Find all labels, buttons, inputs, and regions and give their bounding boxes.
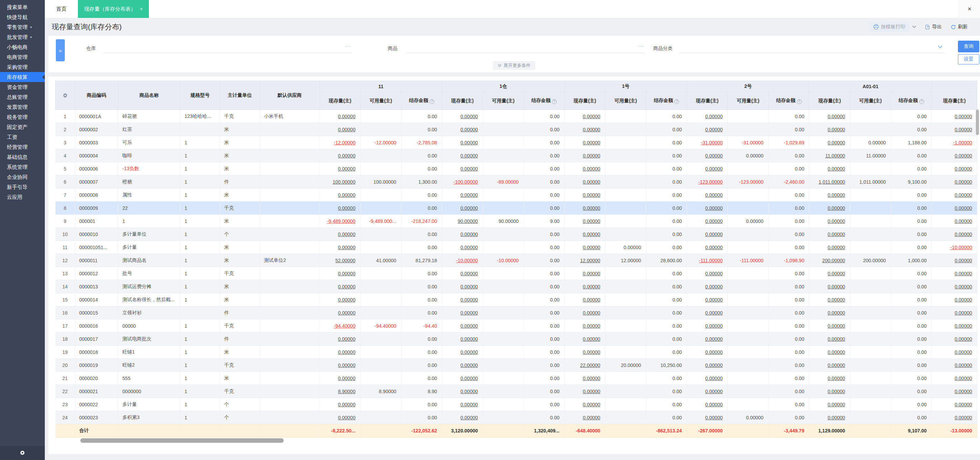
table-row[interactable]: 170000016000001千克-94.40000-94.40000-94.4…: [56, 319, 977, 333]
table-row[interactable]: 130000012批号1千克0.000000.000.000000.000.00…: [56, 267, 977, 280]
cell-onhand-qty[interactable]: 0.00000: [565, 306, 605, 319]
cell-onhand-qty[interactable]: 0.00000: [565, 293, 605, 306]
cell-onhand-qty[interactable]: 0.00000: [932, 254, 977, 267]
collapse-filter-button[interactable]: »: [56, 39, 65, 61]
table-row[interactable]: 60000007橙糖1件100.00000100.000001,300.00-1…: [56, 175, 977, 189]
sidebar-item-搜索菜单[interactable]: 搜索菜单: [0, 2, 45, 12]
cell-onhand-qty[interactable]: 0.00000: [442, 201, 483, 215]
category-select[interactable]: [680, 41, 945, 53]
product-picker-dots-icon[interactable]: ···: [638, 43, 644, 49]
sidebar-item-系统管理[interactable]: 系统管理: [0, 162, 45, 172]
gear-icon[interactable]: [20, 450, 25, 456]
cell-onhand-qty[interactable]: 0.00000: [809, 372, 850, 385]
cell-onhand-qty[interactable]: 0.00000: [320, 280, 360, 293]
print-dropdown-chevron-icon[interactable]: [912, 25, 916, 28]
cell-onhand-qty[interactable]: -9,489.00000: [320, 215, 360, 228]
cell-onhand-qty[interactable]: -100.00000: [442, 175, 483, 189]
cell-onhand-qty[interactable]: 0.00000: [809, 267, 850, 280]
cell-onhand-qty[interactable]: 0.00000: [932, 267, 977, 280]
cell-onhand-qty[interactable]: 0.00000: [565, 372, 605, 385]
horizontal-scrollbar-thumb[interactable]: [80, 438, 284, 443]
vertical-scrollbar-thumb[interactable]: [976, 109, 979, 135]
cell-onhand-qty[interactable]: 0.00000: [932, 189, 977, 201]
cell-onhand-qty[interactable]: 0.00000: [442, 411, 483, 424]
cell-onhand-qty[interactable]: 0.00000: [565, 411, 605, 424]
cell-onhand-qty[interactable]: 0.00000: [809, 162, 850, 175]
cell-onhand-qty[interactable]: 0.00000: [932, 385, 977, 398]
cell-onhand-qty[interactable]: 0.00000: [809, 333, 850, 346]
column-settings-header[interactable]: [56, 81, 75, 110]
sidebar-item-资金管理[interactable]: 资金管理: [0, 82, 45, 92]
cell-onhand-qty[interactable]: 0.00000: [320, 346, 360, 359]
cell-onhand-qty[interactable]: 0.00000: [320, 201, 360, 215]
cell-onhand-qty[interactable]: 0.00000: [687, 162, 728, 175]
cell-onhand-qty[interactable]: 0.00000: [932, 110, 977, 123]
cell-onhand-qty[interactable]: 0.00000: [809, 359, 850, 372]
cell-onhand-qty[interactable]: 0.00000: [320, 189, 360, 201]
tab-close-icon[interactable]: ×: [140, 6, 143, 12]
table-row[interactable]: 180000017测试电商批次1件0.000000.000.000000.000…: [56, 333, 977, 346]
cell-onhand-qty[interactable]: 0.00000: [320, 149, 360, 162]
cell-onhand-qty[interactable]: 0.00000: [687, 411, 728, 424]
cell-onhand-qty[interactable]: 0.00000: [442, 385, 483, 398]
cell-onhand-qty[interactable]: 0.00000: [687, 319, 728, 333]
cell-onhand-qty[interactable]: 0.00000: [932, 319, 977, 333]
cell-onhand-qty[interactable]: 0.00000: [320, 411, 360, 424]
cell-onhand-qty[interactable]: 0.00000: [932, 149, 977, 162]
sidebar-item-采购管理[interactable]: 采购管理: [0, 62, 45, 72]
cell-onhand-qty[interactable]: 12.00000: [565, 254, 605, 267]
cell-onhand-qty[interactable]: 0.00000: [687, 293, 728, 306]
cell-onhand-qty[interactable]: 0.00000: [687, 346, 728, 359]
cell-onhand-qty[interactable]: 0.00000: [565, 241, 605, 254]
sidebar-item-云应用[interactable]: 云应用: [0, 192, 45, 202]
sidebar-item-快捷导航[interactable]: 快捷导航: [0, 12, 45, 22]
cell-onhand-qty[interactable]: 52.00000: [320, 254, 360, 267]
sidebar-item-经营管理[interactable]: 经营管理: [0, 142, 45, 152]
table-row[interactable]: 150000014测试名称很长，然后截...1米0.000000.000.000…: [56, 293, 977, 306]
table-row[interactable]: 2100000205551米0.000000.000.000000.000.00…: [56, 372, 977, 385]
table-row[interactable]: 22000002100000001千克8.900008.900008.900.0…: [56, 385, 977, 398]
cell-onhand-qty[interactable]: 0.00000: [932, 215, 977, 228]
cell-onhand-qty[interactable]: 0.00000: [565, 149, 605, 162]
cell-onhand-qty[interactable]: 0.00000: [442, 110, 483, 123]
table-row[interactable]: 160000015立领衬衫件0.000000.000.000000.000.00…: [56, 306, 977, 319]
cell-onhand-qty[interactable]: 0.00000: [687, 306, 728, 319]
cell-onhand-qty[interactable]: -31.00000: [687, 136, 728, 149]
product-input[interactable]: ···: [407, 41, 644, 53]
sidebar-item-工资[interactable]: 工资: [0, 132, 45, 142]
cell-onhand-qty[interactable]: 0.00000: [565, 215, 605, 228]
cell-onhand-qty[interactable]: 0.00000: [565, 162, 605, 175]
cell-onhand-qty[interactable]: 0.00000: [442, 398, 483, 411]
cell-onhand-qty[interactable]: 0.00000: [442, 123, 483, 136]
table-row[interactable]: 30000003可乐1米-12.00000-12.00000-2,785.080…: [56, 136, 977, 149]
table-row[interactable]: 120000011测试商品名1米测试单位252.0000041.0000081,…: [56, 254, 977, 267]
settings-button[interactable]: 设置: [958, 54, 979, 64]
cell-onhand-qty[interactable]: 8.90000: [320, 385, 360, 398]
cell-onhand-qty[interactable]: 0.00000: [809, 136, 850, 149]
warehouse-picker-dots-icon[interactable]: ···: [345, 43, 351, 49]
table-row[interactable]: 140000013测试运费分摊1米0.000000.000.000000.000…: [56, 280, 977, 293]
cell-onhand-qty[interactable]: 0.00000: [442, 149, 483, 162]
expand-more-conditions-button[interactable]: 展开更多条件: [493, 61, 535, 70]
cell-onhand-qty[interactable]: -10.00000: [932, 241, 977, 254]
sidebar-item-电商管理[interactable]: 电商管理: [0, 52, 45, 62]
cell-onhand-qty[interactable]: 0.00000: [442, 372, 483, 385]
cell-onhand-qty[interactable]: 0.00000: [687, 359, 728, 372]
cell-onhand-qty[interactable]: 0.00000: [442, 136, 483, 149]
cell-onhand-qty[interactable]: 0.00000: [687, 385, 728, 398]
cell-onhand-qty[interactable]: 0.00000: [809, 123, 850, 136]
export-button[interactable]: 导出: [925, 24, 942, 30]
cell-onhand-qty[interactable]: 0.00000: [442, 267, 483, 280]
cell-onhand-qty[interactable]: 0.00000: [687, 228, 728, 241]
cell-onhand-qty[interactable]: 0.00000: [687, 110, 728, 123]
cell-onhand-qty[interactable]: 0.00000: [687, 398, 728, 411]
cell-onhand-qty[interactable]: 0.00000: [442, 333, 483, 346]
cell-onhand-qty[interactable]: 0.00000: [442, 228, 483, 241]
cell-onhand-qty[interactable]: 0.00000: [565, 333, 605, 346]
warehouse-input[interactable]: ···: [103, 41, 352, 53]
cell-onhand-qty[interactable]: 0.00000: [565, 398, 605, 411]
cell-onhand-qty[interactable]: 0.00000: [442, 359, 483, 372]
sidebar-item-企业协同[interactable]: 企业协同: [0, 172, 45, 182]
cell-onhand-qty[interactable]: 0.00000: [565, 110, 605, 123]
cell-onhand-qty[interactable]: 1,011.00000: [809, 175, 850, 189]
